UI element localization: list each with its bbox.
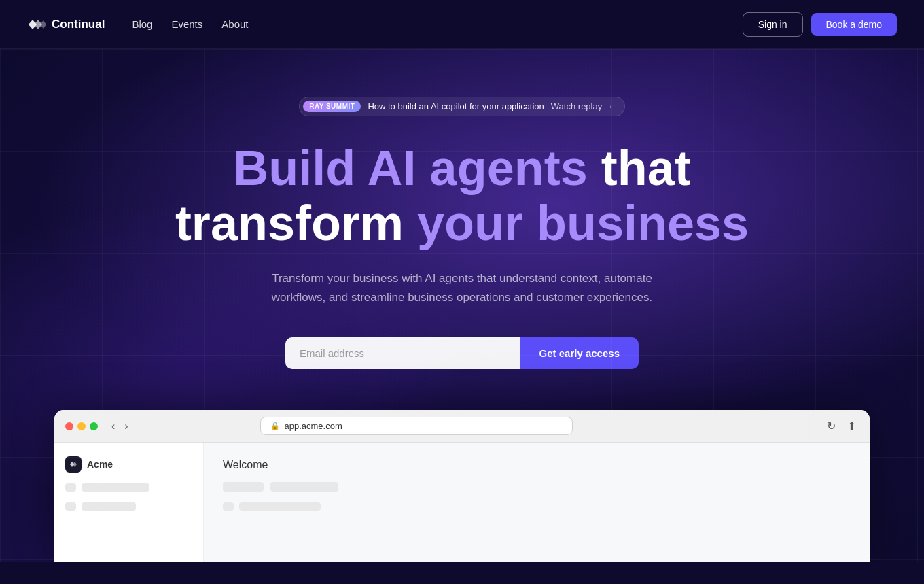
browser-back-button[interactable]: ‹ — [109, 419, 118, 434]
skel-icon-2 — [65, 502, 76, 511]
browser-url-bar[interactable]: 🔒 app.acme.com — [260, 417, 573, 435]
browser-share-button[interactable]: ⬆ — [845, 417, 859, 435]
browser-url-text: app.acme.com — [284, 421, 342, 431]
browser-main-title: Welcome — [223, 459, 851, 471]
browser-sidebar: Acme — [54, 443, 204, 562]
lock-icon: 🔒 — [270, 422, 280, 430]
sidebar-skeleton-1 — [65, 483, 192, 492]
hero-subtitle: Transform your business with AI agents t… — [258, 269, 666, 307]
nav-link-events[interactable]: Events — [171, 18, 202, 30]
main-skel-1 — [223, 482, 264, 492]
browser-mockup-wrap: ‹ › 🔒 app.acme.com ↻ ⬆ — [27, 410, 897, 562]
sidebar-logo-text: Acme — [87, 459, 113, 470]
browser-nav: ‹ › — [109, 419, 131, 434]
badge-tag: RAY SUMMIT — [303, 101, 361, 112]
book-demo-button[interactable]: Book a demo — [811, 13, 898, 36]
browser-mockup: ‹ › 🔒 app.acme.com ↻ ⬆ — [54, 410, 870, 562]
email-input[interactable] — [285, 337, 520, 369]
nav-link-about[interactable]: About — [221, 18, 248, 30]
skel-icon-1 — [65, 483, 76, 492]
skel-text-2 — [82, 502, 136, 511]
hero-title-purple-1: Build AI agents — [233, 141, 587, 195]
logo-text: Continual — [52, 18, 105, 31]
nav-right: Sign in Book a demo — [743, 12, 897, 37]
sidebar-logo-icon — [65, 456, 82, 473]
hero-form: Get early access — [285, 337, 639, 369]
browser-actions: ↻ ⬆ — [824, 417, 859, 435]
traffic-lights — [65, 422, 98, 430]
hero-title-white-1: that — [588, 141, 691, 195]
signin-button[interactable]: Sign in — [743, 12, 803, 37]
nav-left: Continual Blog Events About — [27, 17, 248, 32]
skel-text-1 — [82, 483, 149, 492]
nav-links: Blog Events About — [132, 18, 248, 31]
early-access-button[interactable]: Get early access — [520, 337, 639, 369]
main-skel-4 — [239, 502, 321, 511]
main-skel-3 — [223, 502, 234, 511]
traffic-light-yellow[interactable] — [77, 422, 86, 430]
browser-main: Welcome — [204, 443, 870, 562]
logo[interactable]: Continual — [27, 17, 105, 32]
browser-content: Acme Welcome — [54, 443, 870, 562]
hero-section: RAY SUMMIT How to build an AI copilot fo… — [0, 49, 924, 562]
browser-bar: ‹ › 🔒 app.acme.com ↻ ⬆ — [54, 410, 870, 443]
browser-forward-button[interactable]: › — [122, 419, 130, 434]
browser-main-row-2 — [223, 502, 851, 511]
nav-link-blog[interactable]: Blog — [132, 18, 152, 30]
sidebar-skeleton-2 — [65, 502, 192, 511]
traffic-light-green[interactable] — [90, 422, 98, 430]
logo-icon — [27, 17, 46, 32]
browser-sidebar-logo: Acme — [65, 456, 192, 473]
badge-text: How to build an AI copilot for your appl… — [368, 101, 544, 111]
badge-link[interactable]: Watch replay → — [551, 101, 614, 111]
hero-title-purple-2: your business — [417, 196, 749, 250]
hero-title: Build AI agents that transform your busi… — [175, 141, 749, 250]
browser-reload-button[interactable]: ↻ — [824, 417, 838, 435]
hero-title-white-2: transform — [175, 196, 417, 250]
main-skel-2 — [270, 482, 338, 492]
browser-main-skels — [223, 482, 851, 492]
navbar: Continual Blog Events About Sign in Book… — [0, 0, 924, 49]
traffic-light-red[interactable] — [65, 422, 73, 430]
hero-badge: RAY SUMMIT How to build an AI copilot fo… — [299, 97, 625, 116]
